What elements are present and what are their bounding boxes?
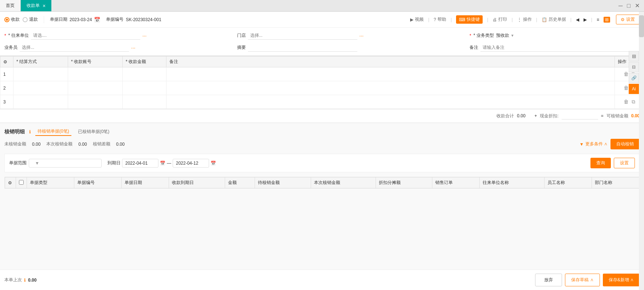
video-btn[interactable]: ▶ 视频 <box>410 16 424 23</box>
tab-pending[interactable]: 待核销单据(0笔) <box>35 128 71 136</box>
tab-home[interactable]: 首页 <box>0 0 21 11</box>
scrollbar-thumb[interactable] <box>639 15 644 37</box>
table-settings-icon[interactable]: ⚙ <box>0 56 13 67</box>
save-draft-button[interactable]: 保存草稿 ∧ <box>565 274 600 286</box>
verify-stats: 未核销金额 0.00 本次核销金额 0.00 核销差额 0.00 <box>4 141 125 147</box>
copy-icon-3[interactable]: ⧉ <box>632 99 635 105</box>
calendar-to-icon[interactable]: 📅 <box>211 161 216 166</box>
account-cell-1[interactable] <box>68 67 123 81</box>
print-btn[interactable]: 🖨 打印 <box>492 16 507 23</box>
auto-verify-button[interactable]: 自动核销 <box>610 139 640 149</box>
radio-refund-dot <box>23 17 28 22</box>
party-more-icon[interactable]: ··· <box>142 33 147 39</box>
panel-icon-3[interactable]: 🔗 <box>629 73 639 83</box>
note-cell-1[interactable] <box>166 67 615 81</box>
party-field: * * 往来单位 ··· <box>4 31 231 40</box>
settle-cell-2[interactable] <box>13 81 68 95</box>
bill-date-label: 单据日期 <box>50 16 67 23</box>
tab-receipt[interactable]: 收款单 × <box>21 0 51 11</box>
panel-icon-2[interactable]: ⊟ <box>629 62 639 72</box>
nav-left-icon[interactable]: ◀ <box>576 17 579 22</box>
more-conditions-btn[interactable]: ▼ 更多条件 ∧ <box>580 141 608 147</box>
available-label: 可核销金额 <box>606 113 628 119</box>
settle-cell-3[interactable] <box>13 95 68 109</box>
save-new-label: 保存&新增 ∧ <box>609 277 634 283</box>
radio-refund[interactable]: 退款 <box>23 16 38 23</box>
verify-info-icon[interactable]: ℹ <box>29 129 31 134</box>
tab-close-icon[interactable]: × <box>43 3 46 9</box>
settle-cell-1[interactable] <box>13 67 68 81</box>
delete-icon-3[interactable]: 🗑 <box>624 99 629 105</box>
summary-input[interactable] <box>248 43 357 52</box>
shop-more-icon[interactable]: ··· <box>360 33 364 39</box>
bottom-info-icon[interactable]: ℹ <box>24 278 26 283</box>
due-date-label: 到期日 <box>107 160 121 166</box>
col-order-header: 销售订单 <box>432 177 479 188</box>
radio-receive[interactable]: 收款 <box>4 16 20 23</box>
shop-input[interactable] <box>248 31 357 40</box>
col-pending-header: 待核销金额 <box>255 177 311 188</box>
business-type-field: * * 业务类型 预收款 ▼ <box>470 32 640 39</box>
minimize-icon[interactable]: ─ <box>619 3 623 9</box>
bottom-info: 本单上次 ℹ 0.00 <box>4 277 36 283</box>
receipt-table-container: ⚙ * 结算方式 * 收款账号 * 收款金额 备注 <box>0 56 644 109</box>
discard-button[interactable]: 放弃 <box>535 274 562 286</box>
bottom-table-checkbox[interactable] <box>16 177 27 188</box>
salesperson-more-icon[interactable]: ··· <box>131 45 136 51</box>
biz-required-star: * <box>470 33 471 38</box>
query-button[interactable]: 查询 <box>590 158 611 168</box>
grid-view-icon[interactable]: ⊞ <box>604 17 610 23</box>
window-controls: ─ □ ✕ <box>619 2 644 9</box>
bottom-table-gear[interactable]: ⚙ <box>5 177 16 188</box>
col-this-header: 本次核销金额 <box>311 177 376 188</box>
account-cell-3[interactable] <box>68 95 123 109</box>
calendar-icon[interactable]: 📅 <box>94 17 100 23</box>
help-icon: ? <box>434 17 436 22</box>
amount-cell-1[interactable] <box>123 67 166 81</box>
unclaimed-label: 未核销金额 <box>4 141 26 147</box>
sep2: | <box>451 17 452 22</box>
this-time-label: 本次核销金额 <box>46 141 72 147</box>
print-icon: 🖨 <box>492 17 497 22</box>
nav-right-icon[interactable]: ▶ <box>584 17 587 22</box>
note-cell-2[interactable] <box>166 81 615 95</box>
operate-btn[interactable]: ⋮ 操作 <box>517 16 532 23</box>
delete-icon-2[interactable]: 🗑 <box>624 85 629 91</box>
close-window-icon[interactable]: ✕ <box>635 2 640 9</box>
date-from-input[interactable] <box>122 159 158 168</box>
note-cell-3[interactable] <box>166 95 615 109</box>
shortcut-btn[interactable]: ⌨ 快捷键 <box>456 15 483 24</box>
settings-small-button[interactable]: 设置 <box>614 158 635 168</box>
panel-icon-1[interactable]: ▤ <box>629 51 639 61</box>
date-to-input[interactable] <box>173 159 209 168</box>
col-amount-header: 金额 <box>225 177 255 188</box>
remark-input[interactable] <box>480 43 640 52</box>
diff-label: 核销差额 <box>93 141 110 147</box>
discount-input[interactable] <box>562 112 598 119</box>
bill-range-select[interactable]: ▼ <box>29 159 102 168</box>
history-label: 历史单据 <box>549 16 566 23</box>
help-btn[interactable]: ? 帮助 <box>434 16 447 23</box>
col-amount-header: * 收款金额 <box>123 56 166 67</box>
sep5: | <box>536 17 537 22</box>
save-new-button[interactable]: 保存&新增 ∧ <box>603 274 640 286</box>
amount-cell-3[interactable] <box>123 95 166 109</box>
amount-cell-2[interactable] <box>123 81 166 95</box>
divider1 <box>44 16 44 23</box>
list-view-icon[interactable]: ≡ <box>597 17 599 22</box>
bottom-table: ⚙ 单据类型 单据编号 单据日期 收款到期日 金额 待核销金额 本次核销金额 折… <box>5 177 639 188</box>
account-cell-2[interactable] <box>68 81 123 95</box>
biz-type-select[interactable]: 预收款 ▼ <box>496 32 514 39</box>
delete-icon-1[interactable]: 🗑 <box>624 71 629 77</box>
panel-icon-4[interactable]: Ai <box>629 84 639 94</box>
calendar-from-icon[interactable]: 📅 <box>160 161 165 166</box>
due-date-field: 到期日 📅 — 📅 <box>107 159 216 168</box>
party-input[interactable] <box>31 31 140 40</box>
tab-done[interactable]: 已核销单据(0笔) <box>76 128 112 136</box>
bill-no-label: 单据编号 <box>106 16 123 23</box>
history-btn[interactable]: 📋 历史单据 <box>542 16 566 23</box>
maximize-icon[interactable]: □ <box>627 3 631 9</box>
select-all-checkbox[interactable] <box>19 180 24 185</box>
salesperson-input[interactable] <box>20 43 129 52</box>
settings-button[interactable]: ⚙ 设置 <box>616 15 640 24</box>
